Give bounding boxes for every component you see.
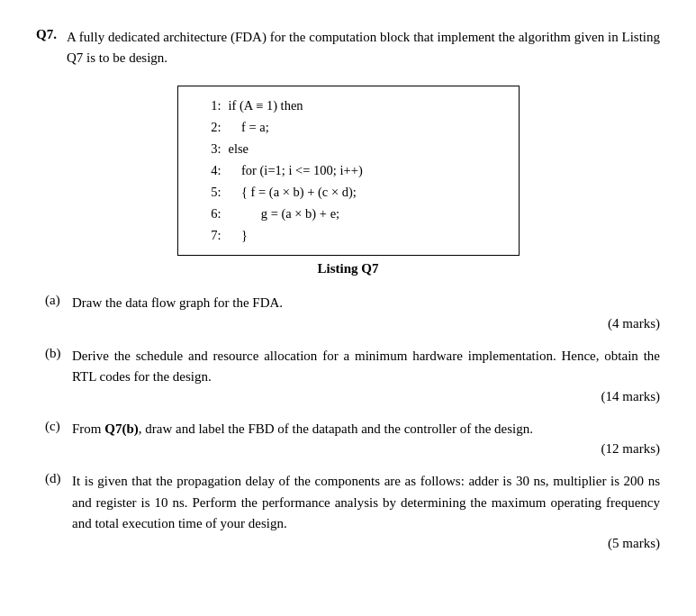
- line-code: if (A ≡ 1) then: [229, 95, 303, 117]
- line-code: }: [229, 225, 248, 247]
- sub-questions: (a) Draw the data flow graph for the FDA…: [36, 293, 660, 551]
- line-number: 7:: [196, 225, 221, 247]
- sub-text-d: It is given that the propagation delay o…: [72, 471, 660, 534]
- sub-question-a: (a) Draw the data flow graph for the FDA…: [36, 293, 660, 331]
- line-code: f = a;: [229, 117, 269, 139]
- sub-label-a: (a): [45, 293, 70, 308]
- sub-label-d: (d): [45, 471, 70, 486]
- marks-a: (4 marks): [608, 316, 660, 331]
- line-number: 6:: [196, 204, 221, 225]
- question-number: Q7.: [36, 27, 63, 42]
- sub-text-c: From Q7(b), draw and label the FBD of th…: [72, 419, 660, 439]
- marks-c: (12 marks): [601, 441, 660, 456]
- line-code: g = (a × b) + e;: [229, 204, 340, 225]
- listing-caption: Listing Q7: [36, 261, 660, 276]
- sub-question-c: (c) From Q7(b), draw and label the FBD o…: [36, 419, 660, 457]
- line-code: else: [229, 139, 249, 160]
- marks-d: (5 marks): [608, 536, 660, 550]
- question-intro: A fully dedicated architecture (FDA) for…: [67, 27, 660, 68]
- sub-text-a: Draw the data flow graph for the FDA.: [72, 293, 660, 313]
- line-number: 2:: [196, 117, 221, 139]
- sub-question-b: (b) Derive the schedule and resource all…: [36, 346, 660, 405]
- code-line: 6: g = (a × b) + e;: [196, 204, 492, 225]
- line-number: 3:: [196, 139, 221, 160]
- marks-b: (14 marks): [601, 389, 660, 403]
- line-code: for (i=1; i <= 100; i++): [229, 160, 363, 182]
- line-number: 4:: [196, 160, 221, 182]
- code-line: 1:if (A ≡ 1) then: [196, 95, 492, 117]
- code-listing: 1:if (A ≡ 1) then2: f = a;3:else4: for (…: [177, 86, 520, 256]
- code-line: 3:else: [196, 139, 492, 160]
- code-line: 5: { f = (a × b) + (c × d);: [196, 182, 492, 204]
- code-line: 4: for (i=1; i <= 100; i++): [196, 160, 492, 182]
- sub-label-b: (b): [45, 346, 70, 361]
- line-code: { f = (a × b) + (c × d);: [229, 182, 357, 204]
- line-number: 1:: [196, 95, 221, 117]
- line-number: 5:: [196, 182, 221, 204]
- sub-text-b: Derive the schedule and resource allocat…: [72, 346, 660, 388]
- code-line: 2: f = a;: [196, 117, 492, 139]
- code-line: 7: }: [196, 225, 492, 247]
- sub-label-c: (c): [45, 419, 70, 434]
- question-header: Q7. A fully dedicated architecture (FDA)…: [36, 27, 660, 68]
- sub-question-d: (d) It is given that the propagation del…: [36, 471, 660, 551]
